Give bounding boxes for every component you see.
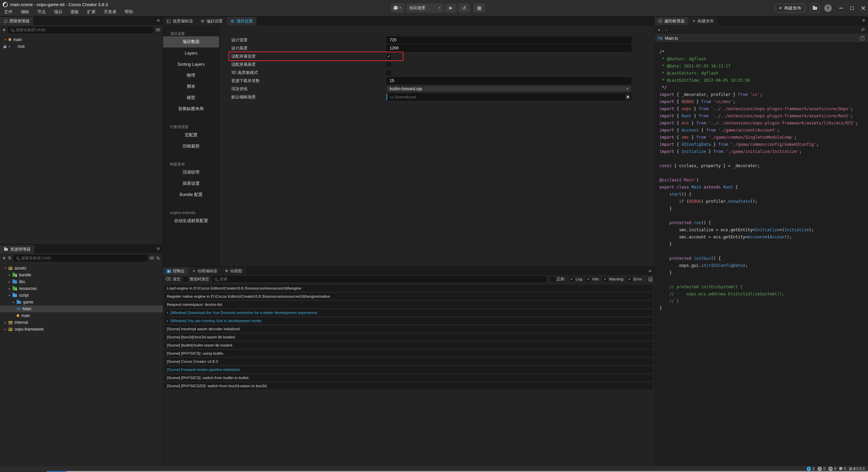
tab-inspector[interactable]: 属性检查器 [655, 17, 688, 25]
filter-Info[interactable]: ✓Info [586, 277, 599, 281]
filter-icon[interactable] [150, 257, 154, 260]
asset-row-game[interactable]: ▸game [0, 299, 163, 306]
filter-icon[interactable] [156, 28, 160, 32]
chevron-down-icon[interactable]: ▾ [7, 294, 12, 297]
settings-item-宏配置[interactable]: 宏配置 [163, 130, 219, 141]
asset-row-resources[interactable]: ▸bresources [0, 285, 163, 292]
menu-item-开发者[interactable]: 开发者 [100, 8, 121, 16]
asset-picker-icon[interactable] [625, 94, 630, 100]
chevron-right-icon[interactable]: ▸ [7, 45, 12, 48]
tab-场景编辑器[interactable]: 场景编辑器 [163, 17, 197, 25]
panel-menu-icon[interactable]: ≡ [157, 18, 160, 23]
log-row[interactable]: Request namespace: device-list [164, 301, 653, 308]
refresh-assets-icon[interactable]: ↻ [156, 256, 160, 260]
log-row[interactable]: ›[Window] You are running Vue in develop… [164, 317, 653, 324]
checkbox-适配屏幕宽度[interactable]: ✓ [387, 54, 391, 59]
help-icon[interactable]: ? [860, 36, 865, 41]
log-row[interactable]: [Scene] [bullet]:bullet wasm lib loaded. [164, 342, 653, 349]
tab-build-publish[interactable]: ✈ 构建发布 [689, 17, 717, 25]
log-file-icon[interactable] [649, 277, 652, 281]
console-clear-button[interactable]: ⌫ 清空 [165, 277, 180, 282]
minimize-button[interactable] [839, 8, 843, 8]
menu-item-扩展[interactable]: 扩展 [83, 8, 100, 16]
menu-item-节点[interactable]: 节点 [33, 8, 50, 16]
log-row[interactable]: [Scene] Cocos Creator v3.8.3 [164, 358, 653, 365]
add-asset-button[interactable]: + [3, 256, 5, 260]
filter-checkbox-Warning[interactable]: ✓ [603, 277, 607, 281]
menu-item-面板[interactable]: 面板 [66, 8, 83, 16]
chevron-right-icon[interactable]: ▸ [3, 328, 7, 331]
log-row[interactable]: Load engine in D:\Cocos Editors\Creator\… [164, 285, 653, 292]
regex-option[interactable]: 正则 [551, 277, 565, 282]
chevron-right-icon[interactable]: ▸ [12, 300, 16, 304]
asset-row-libs[interactable]: ▸libs [0, 278, 163, 285]
asset-row-Main[interactable]: TSMain [0, 306, 163, 312]
panel-menu-icon[interactable]: ≡ [862, 18, 865, 23]
filter-Log[interactable]: ✓Log [570, 277, 582, 281]
chevron-right-icon[interactable]: › [167, 310, 168, 315]
warning-count-icon[interactable]: ! [817, 467, 822, 471]
tab-动画编辑器[interactable]: ✦动画编辑器 [189, 267, 221, 275]
tree-row-main[interactable]: ▾main [0, 36, 163, 43]
hierarchy-search-input[interactable]: 搜索名称或 UUID [8, 27, 153, 33]
add-node-button[interactable]: + [3, 27, 5, 32]
sort-assets-icon[interactable]: ⇅ [8, 256, 11, 260]
settings-item-Layers[interactable]: Layers [163, 47, 219, 59]
play-button[interactable]: ▶ [445, 3, 457, 13]
settings-item-Bundle 配置[interactable]: Bundle 配置 [163, 189, 219, 200]
tab-hierarchy[interactable]: ❏ 层级管理器 [0, 17, 33, 25]
close-button[interactable] [861, 6, 865, 10]
bell-icon[interactable] [839, 467, 842, 470]
panel-menu-icon[interactable]: ≡ [649, 269, 651, 273]
settings-item-插屏设置[interactable]: 插屏设置 [163, 178, 219, 189]
chevron-down-icon[interactable]: ▾ [3, 38, 7, 41]
settings-item-压缩纹理[interactable]: 压缩纹理 [163, 167, 219, 178]
text-input-设计高度[interactable]: 1200 [387, 45, 631, 52]
asset-row-script[interactable]: ▾script [0, 292, 163, 299]
log-row[interactable]: [Scene] [box2d]:box2d wasm lib loaded. [164, 334, 653, 340]
settings-item-功能裁剪[interactable]: 功能裁剪 [163, 141, 219, 152]
log-row[interactable]: ›[Window] Download the Vue Devtools exte… [164, 309, 653, 316]
menu-item-编辑[interactable]: 编辑 [17, 8, 33, 16]
tab-assets[interactable]: 资源管理器 [0, 245, 34, 253]
settings-item-骨骼贴图布局[interactable]: 骨骼贴图布局 [163, 103, 219, 115]
assets-search-input[interactable]: 搜索名称或 UUID [14, 255, 147, 261]
settings-item-项目数据[interactable]: 项目数据 [163, 36, 219, 47]
chevron-right-icon[interactable]: › [167, 318, 168, 323]
tab-控制台[interactable]: ❯控制台 [163, 267, 189, 275]
chevron-right-icon[interactable]: ▸ [7, 287, 12, 290]
clear-on-preview-checkbox[interactable] [183, 277, 188, 281]
tab-动画图[interactable]: ❖动画图 [221, 267, 245, 275]
select-渲染管线[interactable]: builtin-forward.rpp▾ [387, 85, 631, 92]
info-count-icon[interactable]: i [807, 467, 811, 471]
scene-select-dropdown[interactable]: 当前场景 ▾ [406, 3, 443, 13]
menu-item-项目[interactable]: 项目 [50, 8, 66, 16]
asset-input-默认编辑场景[interactable]: cc.SceneAsset [387, 94, 631, 100]
log-row[interactable]: [Scene] Forward render pipeline initiali… [164, 366, 653, 373]
log-row[interactable]: [Scene] meshopt wasm decoder initialized [164, 326, 653, 332]
menu-item-文件[interactable]: 文件 [0, 8, 17, 16]
device-preview-button[interactable]: ▦ [474, 3, 485, 13]
settings-item-脚本[interactable]: 脚本 [163, 81, 219, 92]
chevron-right-icon[interactable]: ▸ [7, 273, 12, 277]
panel-menu-icon[interactable]: ≡ [157, 246, 160, 251]
clear-on-preview-option[interactable]: 预览时清空 [183, 277, 209, 282]
log-row[interactable]: Register native engine in D:\Cocos Edito… [164, 293, 653, 300]
maximize-button[interactable] [850, 6, 854, 10]
log-row[interactable]: [Scene] [PHYSICS]: switch from builtin t… [164, 374, 653, 381]
filter-checkbox-Log[interactable]: ✓ [570, 277, 574, 281]
console-search-input[interactable]: 搜索 [212, 276, 546, 282]
log-row[interactable]: [Scene] [PHYSICS2D]: switch from box2d-w… [164, 382, 653, 389]
filter-Warning[interactable]: ✓Warning [603, 277, 623, 281]
checkbox-适配屏幕高度[interactable] [387, 62, 391, 67]
asset-row-internal[interactable]: ▸internal [0, 319, 163, 326]
menu-item-帮助[interactable]: 帮助 [121, 8, 137, 16]
filter-Error[interactable]: ✓Error [627, 277, 642, 281]
filter-checkbox-Error[interactable]: ✓ [627, 277, 632, 281]
chevron-down-icon[interactable]: ▾ [3, 267, 7, 270]
settings-item-物理[interactable]: 物理 [163, 70, 219, 81]
asset-row-bundle[interactable]: ▸bbundle [0, 272, 163, 278]
restart-button[interactable]: ↺ [458, 3, 470, 13]
tab-项目设置[interactable]: ⚙项目设置 [227, 17, 257, 25]
text-input-资源下载并发数[interactable]: 15 [387, 77, 631, 84]
